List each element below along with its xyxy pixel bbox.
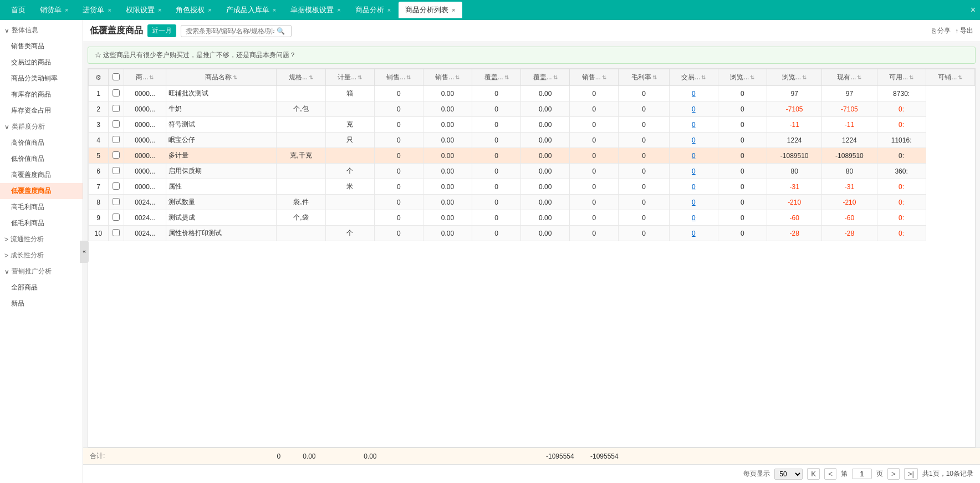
row-name: 测试提成 — [166, 210, 276, 226]
th-sales3[interactable]: 销售...⇅ — [570, 69, 619, 86]
select-all-checkbox[interactable] — [113, 73, 120, 80]
sidebar-item-all-goods[interactable]: 全部商品 — [0, 279, 83, 296]
th-browse1[interactable]: 浏览...⇅ — [718, 69, 767, 86]
sidebar-section-cluster[interactable]: ∨ 类群度分析 — [0, 119, 83, 135]
th-sales1[interactable]: 销售...⇅ — [374, 69, 423, 86]
th-name[interactable]: 商品名称⇅ — [166, 69, 276, 86]
sidebar-item-low-coverage[interactable]: 低覆盖度商品 — [0, 183, 83, 199]
nav-item-permissions[interactable]: 权限设置 × — [119, 2, 168, 18]
row-check[interactable] — [113, 182, 120, 190]
sidebar-item-high-value[interactable]: 高价值商品 — [0, 135, 83, 151]
row-checkbox[interactable] — [109, 210, 124, 226]
sidebar-item-in-stock[interactable]: 有库存的商品 — [0, 87, 83, 103]
th-browse2[interactable]: 浏览...⇅ — [767, 69, 822, 86]
sidebar-item-traded-goods[interactable]: 交易过的商品 — [0, 54, 83, 70]
nav-item-analysis[interactable]: 商品分析 × — [349, 2, 397, 18]
nav-item-production[interactable]: 产成品入库单 × — [220, 2, 283, 18]
sidebar-item-new-goods[interactable]: 新品 — [0, 296, 83, 312]
per-page-select[interactable]: 50 10 20 100 — [774, 469, 803, 480]
th-code[interactable]: 商...⇅ — [124, 69, 166, 86]
nav-item-roles[interactable]: 角色授权 × — [169, 2, 218, 18]
row-col13[interactable]: 0 — [669, 101, 718, 117]
sidebar-section-general[interactable]: ∨ 整体信息 — [0, 22, 83, 38]
row-check[interactable] — [113, 136, 120, 143]
row-checkbox[interactable] — [109, 101, 124, 117]
sidebar-section-liquidity[interactable]: > 流通性分析 — [0, 231, 83, 247]
row-checkbox[interactable] — [109, 179, 124, 195]
nav-item-home[interactable]: 首页 — [4, 2, 32, 18]
row-col13[interactable]: 0 — [669, 117, 718, 133]
nav-close-analysis-list[interactable]: × — [452, 7, 455, 13]
period-button[interactable]: 近一月 — [147, 24, 176, 37]
nav-close-roles[interactable]: × — [208, 7, 211, 13]
th-trade[interactable]: 交易...⇅ — [669, 69, 718, 86]
row-col13[interactable]: 0 — [669, 226, 718, 241]
sidebar-collapse-button[interactable]: « — [80, 241, 89, 263]
row-check[interactable] — [113, 213, 120, 221]
row-check[interactable] — [113, 105, 120, 112]
first-page-button[interactable]: K — [807, 468, 820, 480]
th-sales2[interactable]: 销售...⇅ — [423, 69, 472, 86]
row-checkbox[interactable] — [109, 195, 124, 210]
row-check[interactable] — [113, 229, 120, 236]
sidebar-section-marketing[interactable]: ∨ 营销推广分析 — [0, 263, 83, 279]
window-close-button[interactable]: × — [971, 5, 976, 15]
row-col13[interactable]: 0 — [669, 164, 718, 179]
row-check[interactable] — [113, 198, 120, 205]
row-checkbox[interactable] — [109, 133, 124, 148]
export-button[interactable]: ↑ 导出 — [955, 26, 973, 35]
sidebar-item-low-margin[interactable]: 低毛利商品 — [0, 215, 83, 231]
nav-close-permissions[interactable]: × — [158, 7, 161, 13]
th-coverage1[interactable]: 覆盖...⇅ — [472, 69, 520, 86]
row-col14: 0 — [718, 179, 767, 195]
row-check[interactable] — [113, 167, 120, 174]
row-col13[interactable]: 0 — [669, 86, 718, 101]
row-col13[interactable]: 0 — [669, 195, 718, 210]
th-sellable[interactable]: 可销...⇅ — [926, 69, 974, 86]
row-col12: 0 — [619, 101, 669, 117]
th-settings[interactable]: ⚙ — [89, 69, 109, 86]
sidebar-item-high-margin[interactable]: 高毛利商品 — [0, 199, 83, 215]
th-available[interactable]: 可用...⇅ — [877, 69, 926, 86]
row-check[interactable] — [113, 120, 120, 128]
th-coverage2[interactable]: 覆盖...⇅ — [521, 69, 570, 86]
row-col13[interactable]: 0 — [669, 210, 718, 226]
row-check[interactable] — [113, 89, 120, 96]
nav-item-purchase[interactable]: 进货单 × — [76, 2, 118, 18]
sidebar-item-high-coverage[interactable]: 高覆盖度商品 — [0, 167, 83, 183]
nav-close-template[interactable]: × — [337, 7, 340, 13]
sidebar-item-sales-goods[interactable]: 销售类商品 — [0, 38, 83, 54]
row-checkbox[interactable] — [109, 226, 124, 241]
search-icon[interactable]: 🔍 — [277, 27, 285, 35]
page-number-input[interactable] — [852, 469, 872, 479]
next-page-button[interactable]: > — [887, 468, 900, 480]
row-col13[interactable]: 0 — [669, 179, 718, 195]
nav-item-analysis-list[interactable]: 商品分析列表 × — [399, 2, 462, 18]
th-spec[interactable]: 规格...⇅ — [277, 69, 325, 86]
row-checkbox[interactable] — [109, 117, 124, 133]
nav-close-purchase[interactable]: × — [108, 7, 111, 13]
row-col13[interactable]: 0 — [669, 133, 718, 148]
row-checkbox[interactable] — [109, 86, 124, 101]
th-margin[interactable]: 毛利率⇅ — [619, 69, 669, 86]
nav-close-production[interactable]: × — [273, 7, 276, 13]
prev-page-button[interactable]: < — [824, 468, 836, 480]
nav-item-template[interactable]: 单据模板设置 × — [284, 2, 347, 18]
row-check[interactable] — [113, 151, 120, 159]
row-checkbox[interactable] — [109, 148, 124, 164]
nav-item-sales[interactable]: 销货单 × — [33, 2, 75, 18]
row-col13[interactable]: 0 — [669, 148, 718, 164]
last-page-button[interactable]: >| — [904, 468, 918, 480]
nav-close-sales[interactable]: × — [65, 7, 68, 13]
th-unit[interactable]: 计量...⇅ — [325, 69, 374, 86]
sidebar-item-stock-capital[interactable]: 库存资金占用 — [0, 103, 83, 119]
sidebar-item-category-rate[interactable]: 商品分类动销率 — [0, 70, 83, 87]
search-input[interactable] — [186, 27, 274, 35]
row-col10: 0.00 — [521, 117, 570, 133]
nav-close-analysis[interactable]: × — [387, 7, 391, 13]
th-current[interactable]: 现有...⇅ — [822, 69, 877, 86]
sidebar-item-low-value[interactable]: 低价值商品 — [0, 151, 83, 167]
share-button[interactable]: ⎘ 分享 — [932, 26, 951, 35]
sidebar-section-growth[interactable]: > 成长性分析 — [0, 247, 83, 263]
row-checkbox[interactable] — [109, 164, 124, 179]
